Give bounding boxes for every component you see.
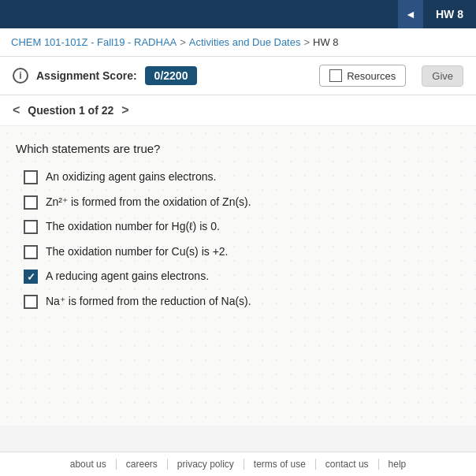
breadcrumb-course[interactable]: CHEM 101-101Z - Fall19 - RADHAA — [11, 36, 177, 48]
footer-link-help[interactable]: help — [379, 459, 416, 470]
option-item: The oxidation number for Cu(s) is +2. — [24, 244, 460, 260]
hw-label: HW 8 — [423, 0, 476, 28]
give-button[interactable]: Give — [422, 65, 463, 87]
resource-icon — [329, 69, 342, 82]
resources-button[interactable]: Resources — [319, 65, 406, 87]
main-content: Which statements are true? An oxidizing … — [0, 126, 476, 426]
option-text-2: Zn²⁺ is formed from the oxidation of Zn(… — [46, 195, 251, 210]
options-list: An oxidizing agent gains electrons.Zn²⁺ … — [16, 169, 460, 310]
checkbox-1[interactable] — [24, 170, 38, 184]
score-bar: i Assignment Score: 0/2200 Resources Giv… — [0, 57, 476, 95]
footer-link-careers[interactable]: careers — [117, 459, 168, 470]
question-counter: Question 1 of 22 — [28, 104, 113, 117]
checkbox-2[interactable] — [24, 195, 38, 210]
checkbox-3[interactable] — [24, 220, 38, 234]
footer-link-privacy-policy[interactable]: privacy policy — [168, 459, 244, 470]
prev-question-button[interactable]: < — [13, 103, 20, 117]
option-text-6: Na⁺ is formed from the reduction of Na(s… — [46, 294, 251, 310]
option-text-1: An oxidizing agent gains electrons. — [46, 169, 216, 185]
checkbox-5[interactable] — [24, 270, 38, 284]
breadcrumb-current: HW 8 — [313, 36, 339, 48]
question-nav: < Question 1 of 22 > — [0, 95, 476, 126]
footer-link-contact-us[interactable]: contact us — [316, 459, 379, 470]
breadcrumb: CHEM 101-101Z - Fall19 - RADHAA > Activi… — [0, 28, 476, 57]
breadcrumb-section[interactable]: Activities and Due Dates — [189, 36, 301, 48]
footer-link-about-us[interactable]: about us — [61, 459, 117, 470]
back-arrow-icon[interactable]: ◄ — [398, 0, 423, 28]
question-text: Which statements are true? — [16, 142, 460, 155]
option-item: Zn²⁺ is formed from the oxidation of Zn(… — [24, 195, 460, 210]
option-item: An oxidizing agent gains electrons. — [24, 169, 460, 185]
breadcrumb-sep1: > — [180, 36, 186, 48]
option-item: A reducing agent gains electrons. — [24, 269, 460, 284]
footer: about uscareersprivacy policyterms of us… — [0, 452, 476, 476]
footer-link-terms-of-use[interactable]: terms of use — [244, 459, 316, 470]
breadcrumb-sep2: > — [303, 36, 310, 48]
top-bar: ◄ HW 8 — [0, 0, 476, 28]
score-label: Assignment Score: — [36, 69, 137, 82]
resources-label: Resources — [347, 70, 396, 82]
option-item: Na⁺ is formed from the reduction of Na(s… — [24, 294, 460, 310]
checkbox-6[interactable] — [24, 295, 38, 309]
checkbox-4[interactable] — [24, 245, 38, 259]
option-text-3: The oxidation number for Hg(ℓ) is 0. — [46, 219, 220, 235]
next-question-button[interactable]: > — [121, 103, 128, 117]
option-item: The oxidation number for Hg(ℓ) is 0. — [24, 219, 460, 235]
option-text-4: The oxidation number for Cu(s) is +2. — [46, 244, 229, 260]
option-text-5: A reducing agent gains electrons. — [46, 269, 209, 284]
info-icon[interactable]: i — [13, 68, 28, 84]
score-badge: 0/2200 — [145, 66, 198, 85]
